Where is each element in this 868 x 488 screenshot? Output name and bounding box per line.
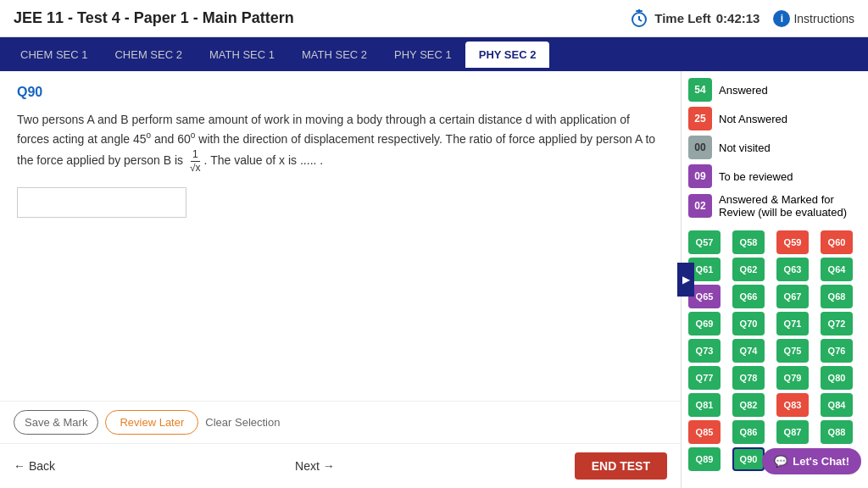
tab-chem-sec-1[interactable]: CHEM SEC 1 (7, 42, 101, 68)
answered-marked-label: Answered & Marked for Review (will be ev… (719, 193, 861, 219)
legend-to-review: 09 To be reviewed (688, 164, 861, 188)
question-btn-q73[interactable]: Q73 (688, 339, 721, 363)
legend-answered-marked: 02 Answered & Marked for Review (will be… (688, 193, 861, 219)
question-btn-q86[interactable]: Q86 (732, 420, 765, 444)
legend-not-answered: 25 Not Answered (688, 107, 861, 130)
question-btn-q83[interactable]: Q83 (776, 393, 809, 417)
question-btn-q72[interactable]: Q72 (821, 312, 853, 336)
question-btn-q66[interactable]: Q66 (732, 285, 765, 308)
question-btn-q67[interactable]: Q67 (776, 285, 809, 308)
timer-label: Time Left (654, 11, 710, 25)
question-btn-q63[interactable]: Q63 (776, 258, 809, 281)
tab-phy-sec-1[interactable]: PHY SEC 1 (381, 42, 465, 68)
question-btn-q77[interactable]: Q77 (688, 366, 721, 390)
question-btn-q57[interactable]: Q57 (688, 230, 721, 254)
panel-toggle-arrow[interactable]: ▶ (677, 263, 694, 297)
tab-math-sec-1[interactable]: MATH SEC 1 (196, 42, 288, 68)
back-label: Back (29, 459, 55, 473)
question-panel: Q90 Two persons A and B perform same amo… (0, 71, 682, 488)
question-text: Two persons A and B perform same amount … (17, 110, 664, 174)
chat-label: Let's Chat! (793, 455, 849, 468)
right-panel: 54 Answered 25 Not Answered 00 Not visit… (682, 71, 868, 488)
question-btn-q90[interactable]: Q90 (732, 447, 765, 471)
question-btn-q78[interactable]: Q78 (732, 366, 765, 390)
save-mark-button[interactable]: Save & Mark (14, 410, 98, 435)
question-number: Q90 (17, 85, 664, 100)
question-btn-q58[interactable]: Q58 (732, 230, 765, 254)
legend-answered: 54 Answered (688, 78, 861, 102)
question-btn-q64[interactable]: Q64 (821, 258, 853, 281)
question-btn-q59[interactable]: Q59 (776, 230, 809, 254)
answer-input[interactable] (17, 187, 186, 218)
tab-chem-sec-2[interactable]: CHEM SEC 2 (101, 42, 195, 68)
header: JEE 11 - Test 4 - Paper 1 - Main Pattern… (0, 0, 868, 37)
question-btn-q75[interactable]: Q75 (776, 339, 809, 363)
not-visited-label: Not visited (719, 141, 771, 154)
review-later-button[interactable]: Review Later (105, 410, 198, 435)
nav-bottom: ← Back Next → END TEST (0, 443, 681, 488)
question-btn-q60[interactable]: Q60 (821, 230, 853, 254)
question-btn-q88[interactable]: Q88 (821, 420, 853, 444)
question-btn-q74[interactable]: Q74 (732, 339, 765, 363)
question-btn-q85[interactable]: Q85 (688, 420, 721, 444)
chat-icon: 💬 (774, 455, 787, 468)
not-answered-badge: 25 (688, 107, 712, 130)
tab-math-sec-2[interactable]: MATH SEC 2 (288, 42, 381, 68)
next-arrow-icon: → (323, 459, 335, 473)
timer-value: 0:42:13 (716, 11, 760, 25)
question-btn-q68[interactable]: Q68 (821, 285, 853, 308)
question-btn-q87[interactable]: Q87 (776, 420, 809, 444)
question-btn-q82[interactable]: Q82 (732, 393, 765, 417)
question-btn-q79[interactable]: Q79 (776, 366, 809, 390)
question-btn-q84[interactable]: Q84 (821, 393, 853, 417)
question-btn-q70[interactable]: Q70 (732, 312, 765, 336)
to-review-badge: 09 (688, 164, 712, 188)
question-btn-q81[interactable]: Q81 (688, 393, 721, 417)
chat-button[interactable]: 💬 Let's Chat! (762, 448, 861, 474)
not-visited-badge: 00 (688, 136, 712, 159)
back-arrow-icon: ← (14, 459, 25, 473)
info-icon: i (773, 10, 790, 27)
next-label: Next (295, 459, 320, 473)
legend-not-visited: 00 Not visited (688, 136, 861, 159)
page-title: JEE 11 - Test 4 - Paper 1 - Main Pattern (14, 9, 294, 27)
question-body: Q90 Two persons A and B perform same amo… (0, 71, 681, 401)
end-test-button[interactable]: END TEST (575, 452, 667, 480)
instructions-label: Instructions (793, 12, 854, 25)
tab-phy-sec-2[interactable]: PHY SEC 2 (465, 42, 550, 68)
instructions-button[interactable]: i Instructions (773, 10, 854, 27)
timer: Time Left 0:42:13 (629, 8, 760, 29)
next-button[interactable]: Next → (295, 459, 335, 473)
question-btn-q76[interactable]: Q76 (821, 339, 853, 363)
back-button[interactable]: ← Back (14, 459, 55, 473)
question-btn-q62[interactable]: Q62 (732, 258, 765, 281)
question-grid: Q57Q58Q59Q60Q61Q62Q63Q64Q65Q66Q67Q68Q69Q… (688, 230, 861, 471)
question-btn-q89[interactable]: Q89 (688, 447, 721, 471)
header-right: Time Left 0:42:13 i Instructions (629, 8, 854, 29)
answered-marked-badge: 02 (688, 194, 712, 218)
answered-label: Answered (719, 84, 768, 97)
question-text-content: Two persons A and B perform same amount … (17, 113, 655, 167)
question-btn-q69[interactable]: Q69 (688, 312, 721, 336)
main-content: Q90 Two persons A and B perform same amo… (0, 71, 868, 488)
question-actions: Save & Mark Review Later Clear Selection (0, 401, 681, 443)
to-review-label: To be reviewed (719, 170, 793, 183)
clear-selection-button[interactable]: Clear Selection (205, 416, 280, 429)
not-answered-label: Not Answered (719, 113, 787, 125)
fraction: 1 √x (188, 148, 203, 174)
answered-badge: 54 (688, 78, 712, 102)
question-btn-q80[interactable]: Q80 (821, 366, 853, 390)
timer-icon (629, 8, 649, 29)
section-tabs: CHEM SEC 1 CHEM SEC 2 MATH SEC 1 MATH SE… (0, 37, 868, 71)
question-btn-q71[interactable]: Q71 (776, 312, 809, 336)
